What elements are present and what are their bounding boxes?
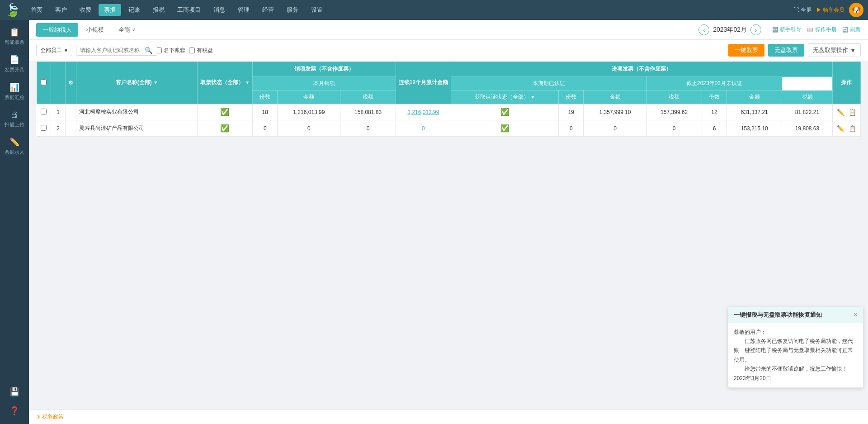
nav-service[interactable]: 服务 [281,4,304,16]
main-table: ⚙ 客户名称(全部) ▼ 取票状态（全部） ▼ 销项发票（不含作废票） 连续12… [36,61,861,137]
th-uncert-amount: 金额 [727,91,782,104]
th-cert-amount: 金额 [584,91,646,104]
table-header-row-1: ⚙ 客户名称(全部) ▼ 取票状态（全部） ▼ 销项发票（不含作废票） 连续12… [37,62,861,77]
table-body: 1 河北柯摩桉实业有限公司 ✅ 18 1,216,013.99 158,081.… [37,104,861,137]
user-avatar[interactable]: 🐶 [849,3,863,17]
nav-bookkeeping[interactable]: 记账 [123,4,146,16]
sidebar-download[interactable]: 💾 [2,383,27,400]
refresh-link[interactable]: 🔄 刷新 [842,26,861,33]
tax-policy-link[interactable]: ⊙ 税务政策 [36,413,64,421]
row2-edit-icon[interactable]: ✏️ [837,125,844,132]
row1-cumulative: 1,216,013.99 [396,104,451,120]
tab-full[interactable]: 全能 ∨ [112,23,142,37]
nav-message[interactable]: 消息 [208,4,231,16]
sidebar-item-invoice-open[interactable]: 📄 发票开具 [2,51,27,77]
tab-general-taxpayer[interactable]: 一般纳税人 [36,23,78,37]
row1-uncert-fen: 12 [702,104,726,120]
sub-tabs-bar: 一般纳税人 小规模 全能 ∨ ‹ 2023年02月 › 🆕 新手引导 📖 操作手… [29,20,868,40]
nav-manage[interactable]: 管理 [232,4,255,16]
notification-header: 一键报税与无盘取票功能恢复通知 × [728,307,863,323]
nav-home[interactable]: 首页 [25,4,48,16]
row2-uncert-tax: 19,808.63 [782,120,832,137]
row1-edit-icon[interactable]: ✏️ [837,109,844,116]
nav-business[interactable]: 工商项目 [172,4,206,16]
cert-filter-icon[interactable]: ▼ [530,95,535,100]
select-all-checkbox[interactable] [41,79,47,85]
row1-sales-fen: 18 [253,104,278,120]
nav-fee[interactable]: 收费 [74,4,97,16]
row1-select[interactable] [41,109,47,114]
th-sales-fen: 份数 [253,91,278,104]
employee-filter-chevron: ▼ [64,48,68,53]
sidebar-item-smart-ticket[interactable]: 📋 智能取票 [2,24,27,49]
row1-cumulative-link[interactable]: 1,216,013.99 [407,109,439,115]
nav-operation[interactable]: 经营 [257,4,279,16]
row1-sales-amount: 1,216,013.99 [278,104,340,120]
sidebar-label-ticket-summary: 票据汇总 [5,94,24,101]
row2-cert-status: ✅ [451,120,559,137]
row2-checkbox[interactable] [37,120,51,137]
ticket-entry-icon: ✏️ [9,137,19,147]
sidebar-label-invoice-open: 发票开具 [5,67,24,73]
bottom-bar[interactable]: ⊙ 税务政策 [29,410,868,424]
row1-cert-status: ✅ [451,104,559,120]
notification-close-button[interactable]: × [854,311,858,319]
sidebar-help[interactable]: ❓ [2,402,27,419]
table-row: 2 灵寿县尚泽矿产品有限公司 ✅ 0 0 0 0 ✅ 0 0 0 6 153,2… [37,120,861,137]
checkbox-own-account[interactable]: 名下账套 [156,47,185,54]
row2-sales-fen: 0 [253,120,278,137]
th-cert-fen: 份数 [559,91,584,104]
row2-actions: ✏️ 📋 [832,120,860,137]
row2-view-icon[interactable]: 📋 [849,125,856,132]
row2-cumulative-link[interactable]: 0 [422,125,425,132]
row1-gear [66,104,76,120]
month-next-button[interactable]: › [750,24,761,35]
member-btn[interactable]: ▶ 畅享会员 [816,6,844,14]
nav-ticket[interactable]: 票据 [99,4,121,16]
cert-check-icon-2: ✅ [500,124,509,132]
row1-cert-amount: 1,357,999.10 [584,104,646,120]
new-guide-link[interactable]: 🆕 新手引导 [772,26,802,33]
left-sidebar: 📋 智能取票 📄 发票开具 📊 票据汇总 🖨 扫描上传 ✏️ 票据录入 💾 ❓ [0,20,29,424]
th-operation: 操作 [832,62,860,104]
fullscreen-btn[interactable]: ⛶ 全屏 [793,6,811,14]
sidebar-item-ticket-entry[interactable]: ✏️ 票据录入 [2,133,27,159]
nav-tax[interactable]: 报税 [147,4,170,16]
diskless-ops-button[interactable]: 无盘取票操作 ▼ [808,43,861,57]
manual-link[interactable]: 📖 操作手册 [807,26,836,33]
nav-settings[interactable]: 设置 [306,4,328,16]
th-uncert-fen: 份数 [702,91,726,104]
nav-right-actions: ⛶ 全屏 ▶ 畅享会员 🐶 [793,3,863,17]
th-uncert-tax: 税额 [782,91,832,104]
row1-checkbox[interactable] [37,104,51,120]
th-purchase-group: 进项发票（不含作废票） [451,62,833,77]
taxpad-checkbox[interactable] [189,48,195,53]
row2-sales-amount: 0 [278,120,340,137]
employee-filter[interactable]: 全部员工 ▼ [36,45,72,56]
one-click-ticket-button[interactable]: 一键取票 [728,44,764,57]
notification-body: 尊敬的用户： 江苏政务网已恢复访问电子税务局功能，您代账一键登陆电子税务局与无盘… [728,323,863,387]
quexiao-filter-icon[interactable]: ▼ [245,80,250,85]
month-prev-button[interactable]: ‹ [698,24,709,35]
diskless-ticket-button[interactable]: 无盘取票 [768,44,804,57]
th-sales-group: 销项发票（不含作废票） [253,62,396,77]
top-nav: 🍃 首页 客户 收费 票据 记账 报税 工商项目 消息 管理 经营 服务 设置 … [0,0,868,20]
search-button[interactable]: 🔍 [145,47,152,54]
th-quexiao: 取票状态（全部） ▼ [197,62,252,104]
checkbox-has-taxpad[interactable]: 有税盘 [189,47,213,54]
row1-view-icon[interactable]: 📋 [849,109,856,116]
table-row: 1 河北柯摩桉实业有限公司 ✅ 18 1,216,013.99 158,081.… [37,104,861,120]
name-filter-icon[interactable]: ▼ [153,80,158,85]
sidebar-item-scan-upload[interactable]: 🖨 扫描上传 [2,106,27,132]
data-toolbar: 全部员工 ▼ 🔍 名下账套 有税盘 一键取票 无盘取票 无盘取票操作 ▼ [29,40,868,61]
sidebar-label-ticket-entry: 票据录入 [5,149,24,156]
th-uncertified: 截止2023年03月未认证 [646,77,782,91]
row2-select[interactable] [41,125,47,131]
row2-name: 灵寿县尚泽矿产品有限公司 [76,120,198,137]
nav-customer[interactable]: 客户 [50,4,72,16]
sub-tab-right-links: 🆕 新手引导 📖 操作手册 🔄 刷新 [772,26,861,33]
row2-cumulative: 0 [396,120,451,137]
sidebar-item-ticket-summary[interactable]: 📊 票据汇总 [2,79,27,105]
th-sales-amount: 金额 [278,91,340,104]
tab-small-scale[interactable]: 小规模 [80,23,110,37]
